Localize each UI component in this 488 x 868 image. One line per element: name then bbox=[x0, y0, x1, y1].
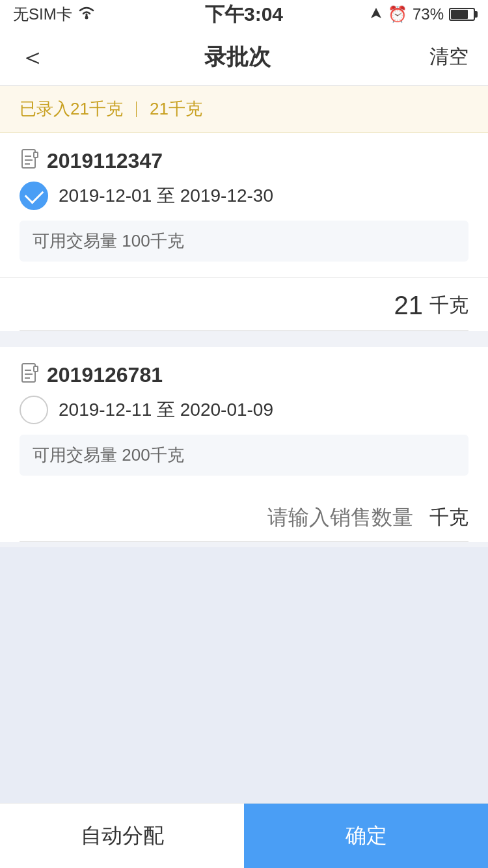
batch-date-1: 2019-12-01 至 2019-12-30 bbox=[59, 183, 273, 208]
bottom-bar: 自动分配 确定 bbox=[0, 803, 488, 868]
batch-date-2: 2019-12-11 至 2020-01-09 bbox=[59, 398, 273, 422]
batch-id-1: 2019112347 bbox=[47, 149, 163, 173]
status-right: ⏰ 73% bbox=[370, 5, 475, 23]
qty-input-2[interactable] bbox=[254, 506, 423, 530]
input-underline-2 bbox=[20, 541, 468, 542]
page-title: 录批次 bbox=[204, 42, 271, 72]
main-content: 2019112347 2019-12-01 至 2019-12-30 可用交易量… bbox=[0, 133, 488, 868]
svg-rect-1 bbox=[22, 150, 35, 168]
location-icon bbox=[370, 5, 383, 23]
section-separator bbox=[0, 336, 488, 347]
wifi-icon bbox=[77, 5, 96, 23]
available-box-1: 可用交易量 100千克 bbox=[20, 221, 468, 262]
available-box-2: 可用交易量 200千克 bbox=[20, 435, 468, 476]
battery-percent: 73% bbox=[413, 5, 444, 23]
radio-2[interactable] bbox=[20, 396, 48, 424]
status-left: 无SIM卡 bbox=[13, 4, 96, 25]
batch-date-row-1[interactable]: 2019-12-01 至 2019-12-30 bbox=[20, 182, 468, 210]
batch-item-1: 2019112347 2019-12-01 至 2019-12-30 可用交易量… bbox=[0, 133, 488, 277]
qty-row-1: 21 千克 bbox=[0, 277, 488, 331]
batch-doc-icon-1 bbox=[20, 148, 40, 174]
info-divider bbox=[136, 102, 137, 117]
radio-1[interactable] bbox=[20, 182, 48, 210]
status-bar: 无SIM卡 下午3:04 ⏰ 73% bbox=[0, 0, 488, 29]
input-row-2[interactable]: 千克 bbox=[0, 491, 488, 541]
carrier-text: 无SIM卡 bbox=[13, 4, 72, 25]
qty-unit-1: 千克 bbox=[429, 292, 468, 319]
nav-bar: ＜ 录批次 清空 bbox=[0, 29, 488, 86]
batch-header-2: 2019126781 bbox=[20, 362, 468, 388]
recorded-label: 已录入21千克 bbox=[20, 98, 123, 120]
batch-doc-icon-2 bbox=[20, 362, 40, 388]
qty-value-1: 21 bbox=[394, 291, 424, 320]
alarm-icon: ⏰ bbox=[388, 5, 407, 23]
batch-id-2: 2019126781 bbox=[47, 363, 163, 387]
svg-rect-2 bbox=[34, 152, 38, 157]
qty-underline-1 bbox=[20, 331, 468, 331]
clear-button[interactable]: 清空 bbox=[429, 44, 468, 70]
svg-rect-6 bbox=[22, 364, 35, 382]
recorded-value: 21千克 bbox=[150, 98, 202, 120]
battery-icon bbox=[449, 8, 475, 21]
batch-header-1: 2019112347 bbox=[20, 148, 468, 174]
svg-point-0 bbox=[85, 16, 88, 20]
input-unit-2: 千克 bbox=[429, 504, 468, 531]
batch-card-1: 2019112347 2019-12-01 至 2019-12-30 可用交易量… bbox=[0, 133, 488, 331]
batch-card-2: 2019126781 2019-12-11 至 2020-01-09 可用交易量… bbox=[0, 347, 488, 542]
back-button[interactable]: ＜ bbox=[20, 39, 46, 75]
auto-distribute-button[interactable]: 自动分配 bbox=[0, 804, 244, 868]
status-time: 下午3:04 bbox=[205, 1, 283, 28]
confirm-button[interactable]: 确定 bbox=[244, 804, 488, 868]
batch-date-row-2[interactable]: 2019-12-11 至 2020-01-09 bbox=[20, 396, 468, 424]
batch-item-2: 2019126781 2019-12-11 至 2020-01-09 可用交易量… bbox=[0, 347, 488, 491]
svg-rect-7 bbox=[34, 366, 38, 372]
info-banner: 已录入21千克 21千克 bbox=[0, 86, 488, 133]
